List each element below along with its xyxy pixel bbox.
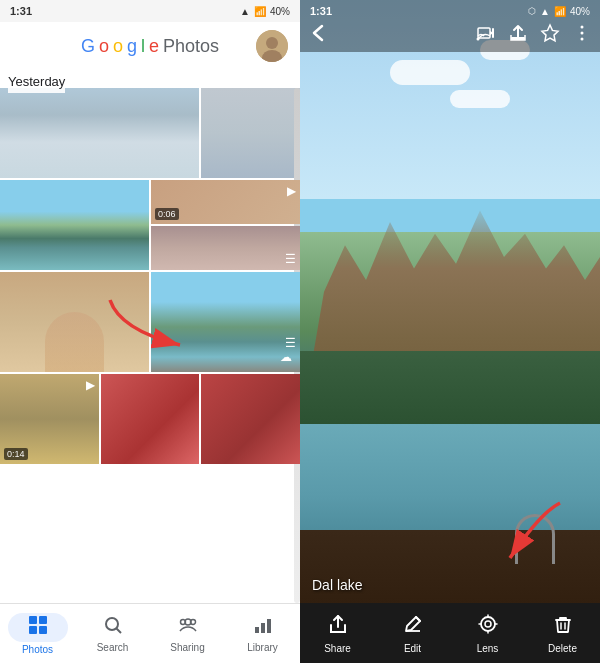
library-nav-label: Library	[247, 642, 278, 653]
grid-col-right: 0:06 ▶ ☰	[151, 180, 300, 270]
photo-cell[interactable]: 0:06 ▶	[151, 180, 300, 224]
library-nav-icon	[253, 615, 273, 640]
photo-cell[interactable]	[0, 180, 149, 270]
photo-cell[interactable]: 0:14 ▶	[0, 374, 99, 464]
share-label: Share	[324, 643, 351, 654]
wifi-icon: ▲	[240, 6, 250, 17]
svg-point-11	[180, 619, 185, 624]
svg-line-9	[116, 628, 121, 633]
svg-rect-7	[39, 626, 47, 634]
status-icons-left: ▲ 📶 40%	[240, 6, 290, 17]
cloud-1	[390, 60, 470, 85]
more-options-button[interactable]	[572, 23, 592, 48]
upload-button[interactable]	[508, 23, 528, 48]
avatar-button[interactable]	[256, 30, 288, 62]
cloud-2	[450, 90, 510, 108]
app-logo: Google Photos	[81, 36, 219, 57]
photo-cell[interactable]	[201, 374, 300, 464]
battery-left: 40%	[270, 6, 290, 17]
photo-actions-bar: Share Edit Lens	[300, 603, 600, 663]
header-action-icons	[476, 23, 592, 48]
video-duration-badge: 0:06	[155, 208, 179, 220]
cloud-sync-icon: ☁	[280, 350, 292, 364]
svg-rect-4	[29, 616, 37, 624]
signal-right-icon: 📶	[554, 6, 566, 17]
svg-rect-14	[261, 623, 265, 633]
lens-icon	[477, 613, 499, 640]
svg-point-1	[266, 37, 278, 49]
edit-action[interactable]: Edit	[375, 603, 450, 663]
photo-cell[interactable]	[201, 88, 300, 178]
svg-point-22	[581, 37, 584, 40]
play-icon-2: ▶	[86, 378, 95, 392]
photos-nav-icon	[28, 615, 48, 640]
svg-point-25	[481, 617, 495, 631]
grid-row-2: 0:06 ▶ ☰	[0, 180, 300, 270]
edit-label: Edit	[404, 643, 421, 654]
boat-railing	[515, 514, 555, 564]
left-panel: 1:31 ▲ 📶 40% Google Photos Yesterday	[0, 0, 300, 663]
svg-point-8	[106, 618, 118, 630]
cast-button[interactable]	[476, 23, 496, 48]
photos-container[interactable]: 0:06 ▶ ☰ ☁	[0, 88, 300, 603]
video-duration-badge-2: 0:14	[4, 448, 28, 460]
tree-layer	[300, 351, 600, 431]
back-button[interactable]	[308, 23, 328, 48]
menu-icon: ☰	[285, 252, 296, 266]
main-photo-view[interactable]: Dal lake	[300, 0, 600, 663]
time-left: 1:31	[10, 5, 32, 17]
status-bar-left: 1:31 ▲ 📶 40%	[0, 0, 300, 22]
bottom-nav: Photos Search Sharing	[0, 603, 300, 663]
grid-row-1	[0, 88, 300, 178]
svg-rect-5	[39, 616, 47, 624]
svg-rect-13	[255, 627, 259, 633]
wifi-right-icon: ▲	[540, 6, 550, 17]
grid-row-3: ☁ ☰	[0, 272, 300, 372]
search-nav-icon	[103, 615, 123, 640]
share-icon	[327, 613, 349, 640]
delete-action[interactable]: Delete	[525, 603, 600, 663]
photo-grid: Yesterday	[0, 70, 300, 603]
photo-cell[interactable]	[0, 272, 149, 372]
right-panel: 1:31 ⬡ ▲ 📶 40%	[300, 0, 600, 663]
search-nav-label: Search	[97, 642, 129, 653]
sharing-nav-label: Sharing	[170, 642, 204, 653]
photo-cell[interactable]: ☰	[151, 226, 300, 270]
menu-icon-2: ☰	[285, 336, 296, 350]
nav-item-library[interactable]: Library	[225, 604, 300, 663]
delete-icon	[552, 613, 574, 640]
app-header-left: Google Photos	[0, 22, 300, 70]
lens-label: Lens	[477, 643, 499, 654]
svg-point-21	[581, 31, 584, 34]
svg-rect-6	[29, 626, 37, 634]
photo-cell[interactable]	[101, 374, 200, 464]
status-icons-right: ⬡ ▲ 📶 40%	[528, 6, 590, 17]
photo-cell[interactable]	[0, 88, 199, 178]
status-bar-right: 1:31 ⬡ ▲ 📶 40%	[300, 0, 600, 22]
nav-item-sharing[interactable]: Sharing	[150, 604, 225, 663]
svg-point-17	[477, 37, 480, 40]
photo-caption: Dal lake	[312, 577, 363, 593]
cast-status-icon: ⬡	[528, 6, 536, 16]
share-action[interactable]: Share	[300, 603, 375, 663]
play-icon: ▶	[287, 184, 296, 198]
delete-label: Delete	[548, 643, 577, 654]
time-right: 1:31	[310, 5, 332, 17]
svg-rect-15	[267, 619, 271, 633]
battery-right: 40%	[570, 6, 590, 17]
signal-icon: 📶	[254, 6, 266, 17]
photos-nav-label: Photos	[22, 644, 53, 655]
svg-point-26	[485, 621, 491, 627]
star-button[interactable]	[540, 23, 560, 48]
grid-row-4: 0:14 ▶	[0, 374, 300, 464]
photo-cell[interactable]: ☁ ☰	[151, 272, 300, 372]
nav-item-search[interactable]: Search	[75, 604, 150, 663]
sharing-nav-icon	[178, 615, 198, 640]
lens-action[interactable]: Lens	[450, 603, 525, 663]
water-layer	[300, 424, 600, 543]
edit-icon	[402, 613, 424, 640]
svg-point-12	[190, 619, 195, 624]
svg-point-20	[581, 25, 584, 28]
date-label: Yesterday	[8, 70, 65, 93]
nav-item-photos[interactable]: Photos	[0, 604, 75, 663]
